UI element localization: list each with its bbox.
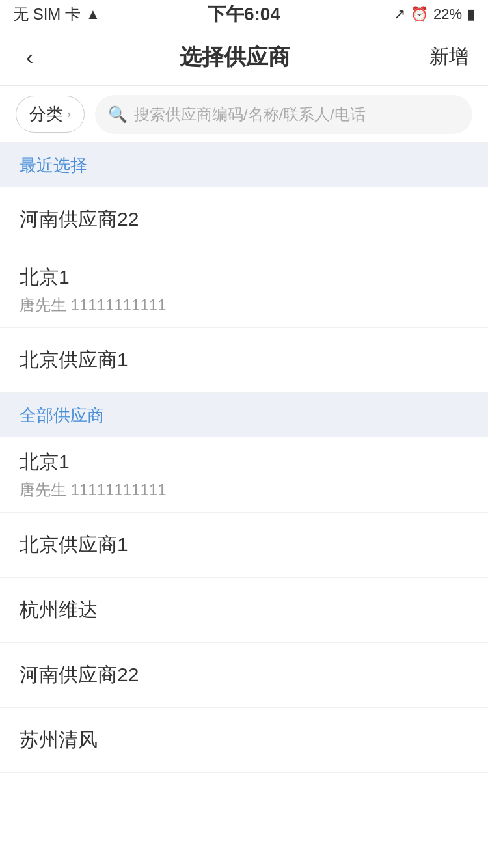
- all-section-header: 全部供应商: [0, 393, 488, 437]
- item-name: 北京1: [20, 264, 468, 291]
- add-button[interactable]: 新增: [429, 44, 468, 70]
- category-button[interactable]: 分类 ›: [16, 96, 85, 133]
- item-name: 北京供应商1: [20, 347, 468, 373]
- search-box[interactable]: 🔍 搜索供应商编码/名称/联系人/电话: [95, 95, 472, 134]
- location-icon: ↗: [394, 6, 405, 23]
- status-right: ↗ ⏰ 22% ▮: [394, 6, 475, 23]
- no-sim-text: 无 SIM 卡: [13, 4, 81, 25]
- item-name: 北京供应商1: [20, 532, 468, 558]
- battery-text: 22%: [433, 6, 462, 23]
- list-item[interactable]: 北京1唐先生 11111111111: [0, 252, 488, 328]
- item-name: 河南供应商22: [20, 662, 468, 688]
- recent-list: 河南供应商22北京1唐先生 11111111111北京供应商1: [0, 187, 488, 393]
- item-name: 苏州清风: [20, 727, 468, 753]
- category-label: 分类: [29, 103, 63, 126]
- status-time: 下午6:04: [208, 2, 280, 27]
- item-sub: 唐先生 11111111111: [20, 480, 468, 500]
- recent-section-title: 最近选择: [20, 154, 87, 177]
- list-item[interactable]: 河南供应商22: [0, 643, 488, 708]
- all-list: 北京1唐先生 11111111111北京供应商1杭州维达河南供应商22苏州清风: [0, 437, 488, 773]
- list-item[interactable]: 北京1唐先生 11111111111: [0, 437, 488, 513]
- chevron-right-icon: ›: [67, 107, 71, 121]
- list-item[interactable]: 河南供应商22: [0, 187, 488, 252]
- list-item[interactable]: 杭州维达: [0, 578, 488, 643]
- list-item[interactable]: 北京供应商1: [0, 328, 488, 393]
- item-sub: 唐先生 11111111111: [20, 295, 468, 316]
- search-placeholder: 搜索供应商编码/名称/联系人/电话: [134, 104, 366, 125]
- item-name: 河南供应商22: [20, 206, 468, 233]
- back-button[interactable]: ‹: [20, 38, 40, 76]
- nav-bar: ‹ 选择供应商 新增: [0, 29, 488, 86]
- list-item[interactable]: 苏州清风: [0, 708, 488, 773]
- recent-section-header: 最近选择: [0, 143, 488, 187]
- wifi-icon: ▲: [86, 6, 100, 23]
- status-left: 无 SIM 卡 ▲: [13, 4, 100, 25]
- list-item[interactable]: 北京供应商1: [0, 513, 488, 578]
- item-name: 杭州维达: [20, 597, 468, 623]
- search-icon: 🔍: [108, 105, 128, 124]
- battery-icon: ▮: [467, 6, 475, 23]
- all-section-title: 全部供应商: [20, 404, 104, 427]
- alarm-icon: ⏰: [411, 6, 428, 23]
- page-title: 选择供应商: [180, 42, 290, 72]
- filter-bar: 分类 › 🔍 搜索供应商编码/名称/联系人/电话: [0, 86, 488, 143]
- status-bar: 无 SIM 卡 ▲ 下午6:04 ↗ ⏰ 22% ▮: [0, 0, 488, 29]
- item-name: 北京1: [20, 449, 468, 476]
